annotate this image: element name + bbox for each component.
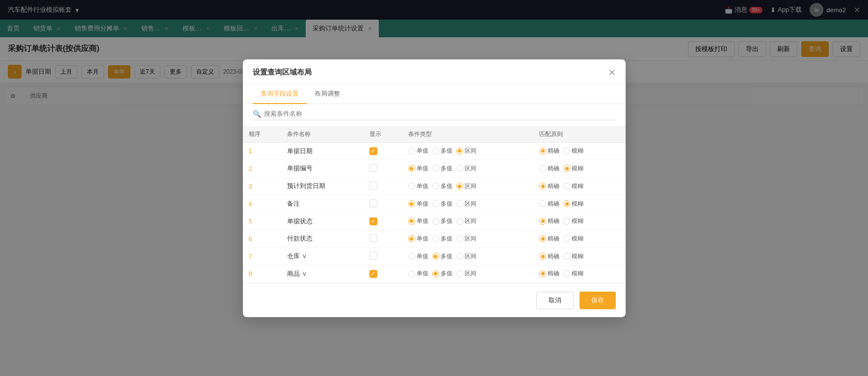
modal-overlay: 设置查询区域布局 ✕ 查询字段设置 布局调整 🔍 顺序 条件名称 显示 条件类型	[0, 0, 868, 106]
tab-query-fields[interactable]: 查询字段设置	[253, 84, 307, 104]
dialog-title: 设置查询区域布局	[253, 68, 312, 77]
dialog-close-btn[interactable]: ✕	[608, 67, 616, 78]
tab-layout-adjust[interactable]: 布局调整	[307, 84, 348, 104]
dialog-tabs: 查询字段设置 布局调整	[243, 84, 626, 104]
settings-dialog: 设置查询区域布局 ✕ 查询字段设置 布局调整 🔍 顺序 条件名称 显示 条件类型	[243, 59, 626, 106]
dialog-header: 设置查询区域布局 ✕	[243, 59, 626, 84]
